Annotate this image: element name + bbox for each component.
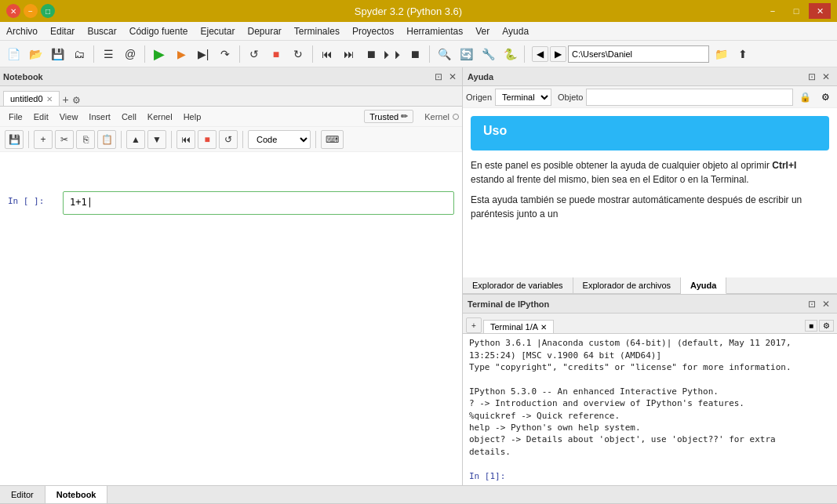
help-close-button[interactable]: ✕: [820, 71, 832, 82]
menu-herramientas[interactable]: Herramientas: [400, 24, 469, 38]
trusted-button[interactable]: Trusted ✏: [364, 110, 413, 123]
debug-stop-btn2[interactable]: ⏹: [405, 44, 425, 64]
nb-restart-button[interactable]: ↺: [219, 130, 238, 149]
menu-codigo-fuente[interactable]: Código fuente: [123, 24, 195, 38]
step-button[interactable]: ↻: [288, 44, 308, 64]
nb-menu-help[interactable]: Help: [178, 111, 207, 123]
notebook-tab-settings-button[interactable]: ⚙: [72, 95, 81, 106]
help-settings-button[interactable]: ⚙: [817, 89, 834, 106]
nb-menu-view[interactable]: View: [54, 111, 84, 123]
nb-paste-button[interactable]: 📋: [97, 130, 116, 149]
ipython-tab-1[interactable]: Terminal 1/A ✕: [483, 320, 554, 333]
notebook-add-tab-button[interactable]: +: [63, 93, 69, 106]
find-button[interactable]: 🔍: [434, 44, 454, 64]
ipython-stop-btn[interactable]: ■: [805, 320, 817, 332]
help-content: Uso En este panel es posible obtener la …: [463, 108, 837, 277]
toolbar-sep-2: [144, 45, 145, 63]
tab-explorador-archivos[interactable]: Explorador de archivos: [573, 277, 682, 293]
ipython-close-button[interactable]: ✕: [820, 299, 832, 310]
menu-buscar[interactable]: Buscar: [81, 24, 122, 38]
open-file-button[interactable]: 📂: [25, 44, 45, 64]
new-file-button[interactable]: 📄: [3, 44, 24, 64]
up-button[interactable]: ⬆: [733, 44, 753, 64]
at-button[interactable]: @: [120, 44, 140, 64]
python-button[interactable]: 🐍: [500, 44, 520, 64]
step-over-button[interactable]: ↷: [215, 44, 235, 64]
tab-explorador-variables[interactable]: Explorador de variables: [463, 277, 573, 293]
nb-stop-button[interactable]: ■: [198, 130, 217, 149]
ipython-tab-close-icon[interactable]: ✕: [540, 323, 547, 332]
terminal-line-1: Python 3.6.1 |Anaconda custom (64-bit)| …: [469, 337, 831, 349]
terminal-content[interactable]: Python 3.6.1 |Anaconda custom (64-bit)| …: [463, 334, 837, 485]
close-window-button[interactable]: ✕: [6, 4, 20, 18]
menu-ayuda[interactable]: Ayuda: [496, 24, 535, 38]
nb-move-down-button[interactable]: ▼: [147, 130, 166, 149]
save-all-button[interactable]: 🗂: [69, 44, 89, 64]
nb-copy-button[interactable]: ⎘: [76, 130, 95, 149]
replace-button[interactable]: 🔄: [456, 44, 476, 64]
tab-ayuda[interactable]: Ayuda: [681, 277, 726, 294]
toolbar-sep-4: [312, 45, 313, 63]
menu-proyectos[interactable]: Proyectos: [346, 24, 400, 38]
maximize-window-button[interactable]: □: [41, 4, 55, 18]
help-undock-button[interactable]: ⊡: [806, 71, 818, 82]
run-config-button[interactable]: ▶|: [193, 44, 213, 64]
nb-cut-button[interactable]: ✂: [55, 130, 74, 149]
debug-start-button[interactable]: ⏮: [317, 44, 337, 64]
menu-terminales[interactable]: Terminales: [288, 24, 346, 38]
path-back-button[interactable]: ◀: [532, 46, 548, 62]
minimize-window-button[interactable]: −: [24, 4, 38, 18]
ipython-new-tab-button[interactable]: +: [466, 317, 482, 333]
bottom-tab-editor[interactable]: Editor: [0, 486, 45, 503]
title-min-button[interactable]: −: [762, 3, 784, 19]
browse-button[interactable]: 📁: [711, 44, 731, 64]
notebook-undock-button[interactable]: ⊡: [432, 71, 445, 82]
help-lock-button[interactable]: 🔒: [796, 89, 813, 106]
cell-type-select[interactable]: Code: [248, 130, 311, 149]
notebook-panel-title: Notebook: [3, 72, 43, 82]
nb-menu-kernel[interactable]: Kernel: [142, 111, 178, 123]
menu-ver[interactable]: Ver: [469, 24, 496, 38]
ipython-undock-button[interactable]: ⊡: [806, 299, 818, 310]
path-input[interactable]: [568, 45, 709, 63]
debug-continue-button[interactable]: ⏵⏵: [383, 44, 403, 64]
notebook-panel: Notebook ⊡ ✕ untitled0 ✕ + ⚙ File Edit V…: [0, 67, 463, 485]
ipython-settings-btn[interactable]: ⚙: [819, 320, 834, 332]
nb-save-button[interactable]: 💾: [5, 130, 24, 149]
nb-menu-file[interactable]: File: [3, 111, 28, 123]
menu-depurar[interactable]: Depurar: [242, 24, 288, 38]
list-button[interactable]: ☰: [98, 44, 118, 64]
title-right-controls: − □ ✕: [762, 3, 831, 19]
nb-move-up-button[interactable]: ▲: [126, 130, 145, 149]
cell-input[interactable]: 1+1|: [63, 191, 454, 215]
stop-button[interactable]: ■: [266, 44, 286, 64]
objeto-input[interactable]: [586, 89, 793, 106]
menu-ejecutar[interactable]: Ejecutar: [194, 24, 241, 38]
nb-menu-insert[interactable]: Insert: [83, 111, 116, 123]
nb-menu-edit[interactable]: Edit: [28, 111, 54, 123]
notebook-tab-close-icon[interactable]: ✕: [46, 95, 53, 103]
notebook-tab-untitled0[interactable]: untitled0 ✕: [3, 91, 60, 106]
terminal-line-11: [469, 458, 831, 470]
help-panel-controls: ⊡ ✕: [806, 71, 832, 82]
menu-archivo[interactable]: Archivo: [0, 24, 44, 38]
notebook-content[interactable]: In [ ]: 1+1|: [0, 152, 462, 485]
notebook-close-button[interactable]: ✕: [446, 71, 459, 82]
run-debug-button[interactable]: ▶: [171, 44, 191, 64]
wrench-button[interactable]: 🔧: [478, 44, 498, 64]
nb-run-first-button[interactable]: ⏮: [176, 130, 195, 149]
save-file-button[interactable]: 💾: [47, 44, 67, 64]
debug-step-button[interactable]: ⏭: [339, 44, 359, 64]
debug-stop-button[interactable]: ⏹: [361, 44, 381, 64]
menu-editar[interactable]: Editar: [44, 24, 81, 38]
nb-menu-cell[interactable]: Cell: [116, 111, 142, 123]
path-forward-button[interactable]: ▶: [550, 46, 566, 62]
title-max-button[interactable]: □: [785, 3, 807, 19]
bottom-tab-notebook[interactable]: Notebook: [45, 486, 108, 503]
run-button[interactable]: ▶: [149, 44, 169, 64]
terminal-select[interactable]: Terminal: [495, 89, 551, 106]
nb-keyboard-button[interactable]: ⌨: [321, 130, 344, 149]
title-close-button[interactable]: ✕: [809, 3, 831, 19]
nb-add-cell-button[interactable]: +: [34, 130, 53, 149]
refresh-button[interactable]: ↺: [244, 44, 264, 64]
